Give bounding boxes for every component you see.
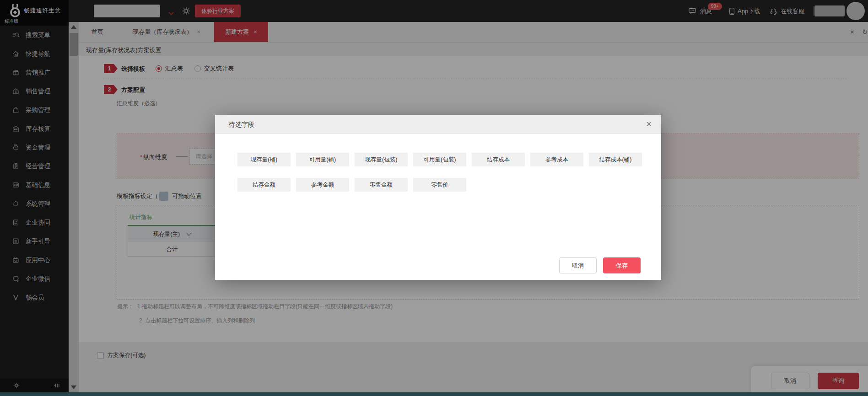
field-button[interactable]: 可用量(辅) <box>296 153 349 166</box>
app-window: 畅捷通好生意 标准版 搜索菜单 快捷导航 营销推广 $ 销售管理 采购管理 <box>0 0 868 396</box>
field-button[interactable]: 零售金额 <box>355 178 408 192</box>
field-button[interactable]: 结存金额 <box>237 178 291 192</box>
close-icon[interactable]: ✕ <box>646 115 652 134</box>
modal-header: 待选字段 ✕ <box>215 115 661 134</box>
pending-fields-modal: 待选字段 ✕ 现存量(辅) 可用量(辅) 现存量(包装) 可用量(包装) 结存成… <box>215 115 661 280</box>
field-button[interactable]: 参考金额 <box>296 178 349 192</box>
modal-title: 待选字段 <box>229 115 254 134</box>
field-button[interactable]: 结存成本(辅) <box>589 153 642 166</box>
modal-save-button[interactable]: 保存 <box>603 257 641 273</box>
modal-cancel-button[interactable]: 取消 <box>559 257 597 273</box>
field-button[interactable]: 现存量(辅) <box>237 153 291 166</box>
field-button[interactable]: 零售价 <box>413 178 466 192</box>
field-button[interactable]: 参考成本 <box>530 153 583 166</box>
field-button[interactable]: 现存量(包装) <box>355 153 408 166</box>
field-button[interactable]: 可用量(包装) <box>413 153 466 166</box>
field-button[interactable]: 结存成本 <box>472 153 525 166</box>
